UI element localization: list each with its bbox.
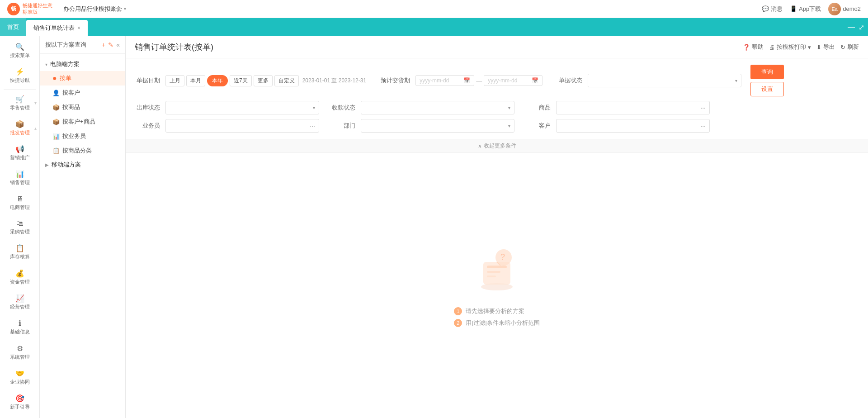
customer-more-icon[interactable]: ··· xyxy=(700,122,706,129)
print-button[interactable]: 🖨 按模板打印 ▾ xyxy=(769,43,811,51)
date-btn-this-year[interactable]: 本年 xyxy=(207,75,228,86)
avatar: Ea xyxy=(828,3,841,15)
schema-section: ▾ 电脑端方案 ● 按单 👤 按客户 📦 按商品 📦 按客户+商品 xyxy=(40,54,125,175)
hint-num-1: 1 xyxy=(454,307,462,315)
logo-icon: 畅 xyxy=(7,3,20,15)
message-icon: 💬 xyxy=(762,5,769,12)
sidebar-item-purchase[interactable]: 🛍 采购管理 xyxy=(0,215,39,239)
print-icon: 🖨 xyxy=(769,44,775,51)
date-btn-custom[interactable]: 自定义 xyxy=(274,75,299,86)
salesperson-more-icon[interactable]: ··· xyxy=(310,122,315,129)
export-button[interactable]: ⬇ 导出 xyxy=(816,43,835,51)
sidebar-item-operations[interactable]: 📈 经营管理 xyxy=(0,290,39,314)
svg-text:?: ? xyxy=(500,252,505,261)
help-button[interactable]: ❓ 帮助 xyxy=(743,43,764,51)
payment-status-label: 收款状态 xyxy=(330,104,355,112)
schema-item-by-goods-category-label: 按商品分类 xyxy=(62,147,92,155)
sidebar-section: 🔍 搜索菜单 ⚡ 快捷导航 🛒 零售管理 ▾ 📦 批发管理 ▴ 📢 营销推广 xyxy=(0,36,39,418)
sidebar-item-marketing[interactable]: 📢 营销推广 xyxy=(0,140,39,165)
expected-date-end[interactable]: yyyy-mm-dd 📅 xyxy=(484,75,542,86)
date-btn-more[interactable]: 更多 xyxy=(254,75,273,86)
sidebar-item-wholesale[interactable]: 📦 批发管理 ▴ xyxy=(0,115,39,140)
sidebar-item-quick-nav[interactable]: ⚡ 快捷导航 xyxy=(0,63,39,88)
sidebar-item-guide[interactable]: 🎯 新手引导 xyxy=(0,390,39,414)
refresh-button[interactable]: ↻ 刷新 xyxy=(840,43,859,51)
ship-status-label: 出库状态 xyxy=(135,104,160,112)
by-customer-goods-icon: 📦 xyxy=(52,119,60,125)
by-order-icon: ● xyxy=(52,74,57,82)
svg-rect-4 xyxy=(487,276,496,277)
finance-icon: 💰 xyxy=(15,269,24,278)
sidebar-item-enterprise-collab[interactable]: 🤝 企业协同 xyxy=(0,365,39,390)
goods-label: 商品 xyxy=(525,104,551,112)
tab-minimize-icon[interactable]: — xyxy=(848,23,855,31)
goods-select[interactable]: ··· xyxy=(556,101,710,114)
sidebar-item-system[interactable]: ⚙ 系统管理 xyxy=(0,340,39,365)
dept-select[interactable]: ▾ xyxy=(361,119,514,133)
user-profile[interactable]: Ea demo2 xyxy=(828,3,861,15)
tab-home[interactable]: 首页 xyxy=(0,18,26,36)
schema-item-by-goods-category[interactable]: 📋 按商品分类 xyxy=(40,143,125,158)
goods-more-icon[interactable]: ··· xyxy=(700,104,706,111)
top-bar-right: 💬 消息 📱 App下载 Ea demo2 xyxy=(762,3,861,15)
download-icon: 📱 xyxy=(790,5,797,12)
date-separator: — xyxy=(476,77,482,84)
date-btn-last-month[interactable]: 上月 xyxy=(165,75,184,86)
filter-actions: 查询 设置 xyxy=(750,65,784,96)
schema-item-by-salesperson-label: 按业务员 xyxy=(62,132,86,140)
collapse-bar[interactable]: ∧ 收起更多条件 xyxy=(126,139,868,153)
sidebar-item-retail[interactable]: 🛒 零售管理 ▾ xyxy=(0,90,39,115)
left-panel: 按以下方案查询 + ✎ « ▾ 电脑端方案 ● 按单 👤 按客户 xyxy=(40,36,126,418)
setting-button[interactable]: 设置 xyxy=(750,82,784,96)
app-download-button[interactable]: 📱 App下载 xyxy=(790,5,821,13)
sidebar-item-ecommerce[interactable]: 🖥 电商管理 xyxy=(0,190,39,215)
schema-item-by-customer-goods[interactable]: 📦 按客户+商品 xyxy=(40,114,125,129)
salesperson-select[interactable]: ··· xyxy=(165,119,319,133)
app-selector[interactable]: 办公用品行业模拟账套 ▾ xyxy=(63,5,126,13)
schema-item-by-salesperson[interactable]: 📊 按业务员 xyxy=(40,129,125,143)
sidebar-item-app-center[interactable]: 📱 应用中心 xyxy=(0,414,39,418)
desktop-schema-group-header[interactable]: ▾ 电脑端方案 xyxy=(40,57,125,71)
print-chevron-icon: ▾ xyxy=(808,44,811,51)
by-customer-icon: 👤 xyxy=(52,90,60,96)
tab-close-icon[interactable]: × xyxy=(77,25,80,31)
left-panel-header: 按以下方案查询 + ✎ « xyxy=(40,36,125,54)
page-header-actions: ❓ 帮助 🖨 按模板打印 ▾ ⬇ 导出 ↻ 刷新 xyxy=(743,43,859,51)
empty-hints: 1 请先选择要分析的方案 2 用[过滤]条件来缩小分析范围 xyxy=(454,307,539,327)
by-goods-category-icon: 📋 xyxy=(52,147,60,154)
message-button[interactable]: 💬 消息 xyxy=(762,5,783,13)
sidebar-item-search[interactable]: 🔍 搜索菜单 xyxy=(0,38,39,63)
date-btn-last-7-days[interactable]: 近7天 xyxy=(230,75,252,86)
expected-date-start[interactable]: yyyy-mm-dd 📅 xyxy=(415,75,474,86)
schema-item-by-customer-goods-label: 按客户+商品 xyxy=(62,118,95,126)
bill-status-label: 单据状态 xyxy=(557,76,582,85)
schema-item-by-goods[interactable]: 📦 按商品 xyxy=(40,100,125,114)
date-btn-this-month[interactable]: 本月 xyxy=(186,75,205,86)
schema-item-by-order[interactable]: ● 按单 xyxy=(40,71,125,86)
sales-icon: 📊 xyxy=(15,170,24,178)
bill-status-chevron-icon: ▾ xyxy=(735,78,737,83)
calendar-icon: 📅 xyxy=(463,77,470,84)
date-range-text: 2023-01-01 至 2023-12-31 xyxy=(302,77,366,85)
mobile-schema-group-header[interactable]: ▶ 移动端方案 xyxy=(40,158,125,171)
chevron-up-icon: ▴ xyxy=(34,125,37,130)
bill-status-select[interactable]: ▾ xyxy=(588,74,741,87)
tab-maximize-icon[interactable]: ⤢ xyxy=(859,23,864,32)
sidebar-item-finance[interactable]: 💰 资金管理 xyxy=(0,265,39,290)
customer-select[interactable]: ··· xyxy=(556,119,710,133)
tab-sales-order-stats[interactable]: 销售订单统计表 × xyxy=(26,20,88,36)
sidebar-item-sales[interactable]: 📊 销售管理 xyxy=(0,165,39,190)
sidebar-item-inventory[interactable]: 📋 库存核算 xyxy=(0,239,39,264)
ship-status-select[interactable]: ▾ xyxy=(165,101,319,114)
search-icon: 🔍 xyxy=(15,43,24,51)
schema-item-by-customer[interactable]: 👤 按客户 xyxy=(40,86,125,100)
collapse-panel-button[interactable]: « xyxy=(116,41,120,48)
customer-label: 客户 xyxy=(525,122,551,130)
payment-status-chevron-icon: ▾ xyxy=(508,105,510,110)
query-button[interactable]: 查询 xyxy=(750,65,784,79)
edit-schema-button[interactable]: ✎ xyxy=(108,41,113,48)
app-selector-chevron-icon: ▾ xyxy=(124,6,126,11)
sidebar-item-basic-info[interactable]: ℹ 基础信息 xyxy=(0,314,39,339)
payment-status-select[interactable]: ▾ xyxy=(361,101,514,114)
add-schema-button[interactable]: + xyxy=(102,41,105,48)
